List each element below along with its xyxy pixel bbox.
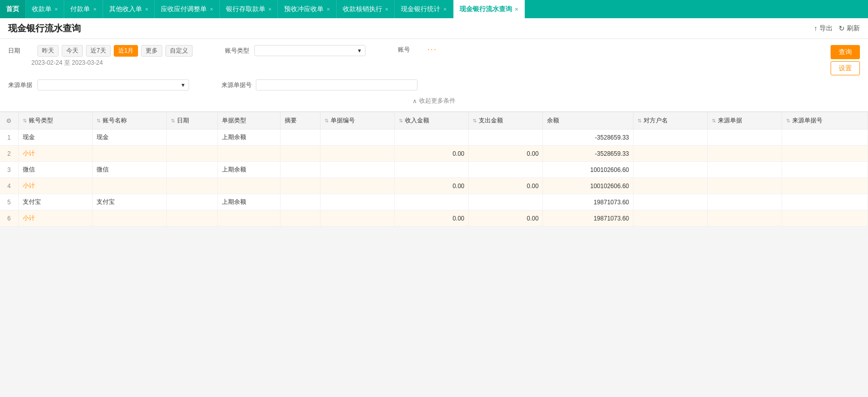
cell-summary [281,210,320,227]
column-settings[interactable]: ⚙ [0,112,18,129]
cell-account-name: 微信 [93,162,167,178]
cell-income: 0.00 [394,146,469,162]
cell-account-type: 小计 [18,210,93,227]
close-icon[interactable]: × [327,6,330,12]
col-expense[interactable]: ⇅支出金额 [469,112,543,129]
refresh-button[interactable]: ↻ 刷新 [839,24,860,33]
cell-counterpart [633,210,708,227]
cell-summary [281,129,320,146]
cell-account-type: 支付宝 [18,194,93,210]
nav-item-receipt[interactable]: 收款单 × [26,0,64,18]
col-counterpart[interactable]: ⇅对方户名 [633,112,708,129]
close-icon[interactable]: × [93,6,96,12]
cell-source-doc-no [782,146,868,162]
date-btn-7days[interactable]: 近7天 [86,45,111,57]
col-balance: 余额 [543,112,633,129]
nav-item-other-income-label: 其他收入单 [109,5,142,14]
cell-date [167,210,218,227]
cell-account-type: 微信 [18,162,93,178]
nav-item-bank-deposit[interactable]: 银行存取款单 × [220,0,278,18]
nav-item-receipt-label: 收款单 [32,5,52,14]
col-summary: 摘要 [281,112,320,129]
data-table: ⚙ ⇅账号类型 ⇅账号名称 ⇅日期 单据类型 摘要 ⇅单据编号 ⇅收入金额 ⇅支… [0,112,868,227]
date-btn-more[interactable]: 更多 [141,45,162,57]
nav-item-cash-bank-flow-label: 现金银行流水查询 [460,5,512,14]
cell-expense: 0.00 [469,178,543,194]
nav-item-home-label: 首页 [6,5,19,14]
nav-item-ar-ap-adjust[interactable]: 应收应付调整单 × [155,0,219,18]
cell-account-type: 小计 [18,146,93,162]
cell-expense: 0.00 [469,146,543,162]
source-doc-no-input[interactable] [256,79,418,91]
cell-doc-no [320,162,394,178]
refresh-label: 刷新 [847,24,860,33]
nav-item-advance-receipt[interactable]: 预收冲应收单 × [278,0,336,18]
cell-balance: -3528659.33 [543,146,633,162]
cell-doc-no [320,178,394,194]
cell-source-doc-no [782,129,868,146]
nav-item-receipt-verify[interactable]: 收款核销执行 × [337,0,395,18]
cell-account-name: 支付宝 [93,194,167,210]
query-button[interactable]: 查询 [831,45,860,59]
cell-doc-type [218,178,281,194]
nav-item-cash-bank-stat-label: 现金银行统计 [401,5,440,14]
col-date[interactable]: ⇅日期 [167,112,218,129]
page-header: 现金银行流水查询 ↑ 导出 ↻ 刷新 [0,18,868,39]
cell-income [394,129,469,146]
date-btn-1month[interactable]: 近1月 [114,45,139,57]
cell-summary [281,162,320,178]
cell-counterpart [633,194,708,210]
cell-date [167,129,218,146]
cell-account-type: 现金 [18,129,93,146]
account-type-label: 账号类型 [225,47,250,55]
close-icon[interactable]: × [268,6,271,12]
cell-income: 0.00 [394,210,469,227]
close-icon[interactable]: × [443,6,446,12]
table-row: 5支付宝支付宝上期余额19871073.60 [0,194,868,210]
close-icon[interactable]: × [385,6,388,12]
cell-source-doc [708,178,782,194]
nav-item-payment[interactable]: 付款单 × [64,0,103,18]
nav-item-cash-bank-stat[interactable]: 现金银行统计 × [395,0,453,18]
cell-income [394,162,469,178]
cell-date [167,162,218,178]
col-source-doc-no[interactable]: ⇅来源单据号 [782,112,868,129]
date-btn-custom[interactable]: 自定义 [165,45,193,57]
nav-item-cash-bank-flow[interactable]: 现金银行流水查询 × [453,0,525,18]
cell-doc-no [320,210,394,227]
cell-counterpart [633,146,708,162]
chevron-down-icon: ▾ [181,81,185,89]
date-btn-today[interactable]: 今天 [62,45,83,57]
close-icon[interactable]: × [210,6,213,12]
cell-expense [469,194,543,210]
col-account-name[interactable]: ⇅账号名称 [93,112,167,129]
filter-area: 日期 昨天 今天 近7天 近1月 更多 自定义 2023-02-24 至 202… [0,39,868,112]
account-type-select[interactable]: ▾ [254,45,366,56]
settings-button[interactable]: 设置 [831,61,860,75]
export-button[interactable]: ↑ 导出 [814,24,833,33]
close-icon[interactable]: × [55,6,58,12]
col-source-doc[interactable]: ⇅来源单据 [708,112,782,129]
close-icon[interactable]: × [515,6,518,12]
close-icon[interactable]: × [145,6,148,12]
nav-item-advance-receipt-label: 预收冲应收单 [284,5,324,14]
col-doc-no[interactable]: ⇅单据编号 [320,112,394,129]
nav-item-home[interactable]: 首页 [0,0,26,18]
cell-expense [469,129,543,146]
cell-balance: 19871073.60 [543,194,633,210]
date-btn-yesterday[interactable]: 昨天 [37,45,59,57]
cell-balance: 100102606.60 [543,162,633,178]
nav-item-other-income[interactable]: 其他收入单 × [103,0,155,18]
col-account-type[interactable]: ⇅账号类型 [18,112,93,129]
cell-source-doc-no [782,210,868,227]
source-doc-select[interactable]: ▾ [37,79,189,91]
col-income[interactable]: ⇅收入金额 [394,112,469,129]
cell-row-num: 1 [0,129,18,146]
collapse-button[interactable]: ∧ 收起更多条件 [8,95,860,107]
chevron-up-icon: ∧ [413,98,417,105]
cell-counterpart [633,129,708,146]
account-dots-button[interactable]: ··· [427,45,437,54]
export-label: 导出 [819,24,833,33]
source-doc-label: 来源单据 [8,81,33,90]
table-row: 1现金现金上期余额-3528659.33 [0,129,868,146]
